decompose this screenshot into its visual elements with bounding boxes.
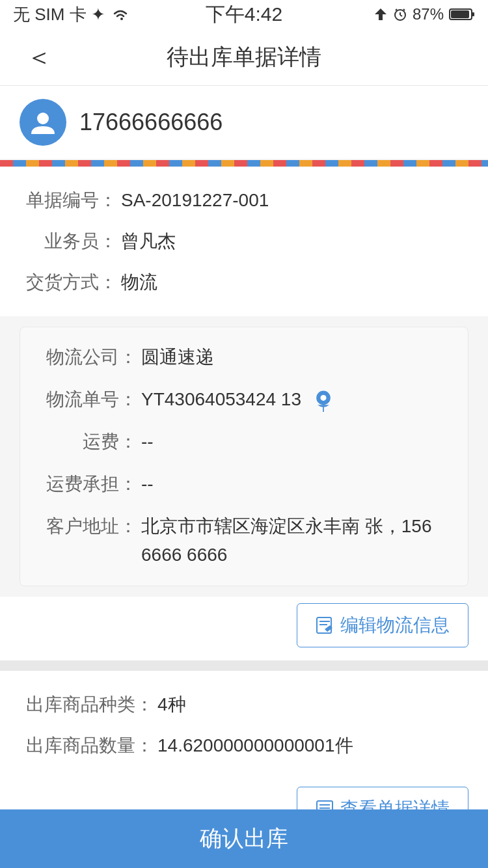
battery-icon: [449, 7, 475, 21]
logistics-bearer-label: 运费承担：: [40, 470, 137, 499]
back-button[interactable]: ＜: [20, 33, 59, 81]
salesman-value: 曾凡杰: [121, 227, 462, 256]
status-bar-right: 87%: [373, 5, 475, 23]
delivery-label: 交货方式：: [26, 268, 117, 297]
edit-icon: [316, 616, 334, 634]
salesman-row: 业务员： 曾凡杰: [26, 227, 462, 256]
logistics-address-row: 客户地址： 北京市市辖区海淀区永丰南 张，156 6666 6666: [40, 512, 448, 571]
logistics-freight-label: 运费：: [40, 427, 137, 457]
tracking-number-text: YT43064053424 13: [141, 385, 301, 414]
map-pin-icon[interactable]: [312, 388, 335, 412]
order-no-label: 单据编号：: [26, 186, 117, 215]
page-title: 待出库单据详情: [167, 42, 321, 72]
svg-line-3: [396, 9, 397, 10]
confirm-outbound-button[interactable]: 确认出库: [0, 809, 488, 868]
svg-point-8: [37, 113, 49, 124]
logistics-company-row: 物流公司： 圆通速递: [40, 343, 448, 372]
logistics-tracking-value: YT43064053424 13: [141, 385, 448, 414]
quantity-section: 出库商品种类： 4种 出库商品数量： 14.620000000000001件: [0, 671, 488, 780]
avatar: [20, 99, 66, 146]
salesman-label: 业务员：: [26, 227, 117, 256]
status-bar: 无 SIM 卡 ✦ 下午4:42 87%: [0, 0, 488, 29]
status-bar-time: 下午4:42: [206, 1, 282, 28]
logistics-address-value: 北京市市辖区海淀区永丰南 张，156 6666 6666: [141, 512, 448, 571]
logistics-tracking-row: 物流单号： YT43064053424 13: [40, 385, 448, 414]
logistics-address-label: 客户地址：: [40, 512, 137, 541]
logistics-bearer-value: --: [141, 470, 448, 499]
status-bar-left: 无 SIM 卡 ✦: [13, 3, 130, 26]
alarm-icon: [393, 7, 407, 21]
logistics-bearer-row: 运费承担： --: [40, 470, 448, 499]
delivery-row: 交货方式： 物流: [26, 268, 462, 297]
edit-logistics-button[interactable]: 编辑物流信息: [297, 603, 468, 647]
user-phone: 17666666666: [79, 109, 223, 136]
decorative-border: [0, 160, 488, 167]
edit-logistics-label: 编辑物流信息: [340, 613, 450, 638]
count-value: 14.620000000000001件: [157, 731, 462, 761]
svg-line-2: [400, 15, 402, 16]
logistics-company-label: 物流公司：: [40, 343, 137, 372]
logistics-company-value: 圆通速递: [141, 343, 448, 372]
order-no-value: SA-20191227-001: [121, 186, 462, 215]
svg-rect-6: [472, 12, 474, 16]
logistics-tracking-label: 物流单号：: [40, 385, 137, 414]
edit-logistics-container: 编辑物流信息: [0, 597, 488, 660]
types-row: 出库商品种类： 4种: [26, 690, 462, 720]
sim-status: 无 SIM 卡 ✦: [13, 3, 105, 26]
user-bar: 17666666666: [0, 86, 488, 159]
types-label: 出库商品种类：: [26, 690, 154, 720]
logistics-freight-value: --: [141, 427, 448, 457]
delivery-value: 物流: [121, 268, 462, 297]
order-info-section: 单据编号： SA-20191227-001 业务员： 曾凡杰 交货方式： 物流: [0, 167, 488, 316]
svg-point-10: [321, 394, 327, 400]
svg-rect-7: [451, 10, 469, 18]
types-value: 4种: [157, 690, 462, 720]
count-label: 出库商品数量：: [26, 731, 154, 761]
logistics-card: 物流公司： 圆通速递 物流单号： YT43064053424 13 运费： --…: [20, 327, 468, 586]
location-arrow-icon: [373, 7, 388, 21]
wifi-icon: [111, 7, 130, 21]
confirm-btn-container: 确认出库: [0, 809, 488, 868]
svg-line-4: [403, 9, 405, 10]
battery-text: 87%: [413, 5, 444, 23]
nav-bar: ＜ 待出库单据详情: [0, 29, 488, 86]
logistics-freight-row: 运费： --: [40, 427, 448, 457]
avatar-icon: [29, 108, 57, 137]
order-no-row: 单据编号： SA-20191227-001: [26, 186, 462, 215]
count-row: 出库商品数量： 14.620000000000001件: [26, 731, 462, 761]
section-divider: [0, 660, 488, 671]
